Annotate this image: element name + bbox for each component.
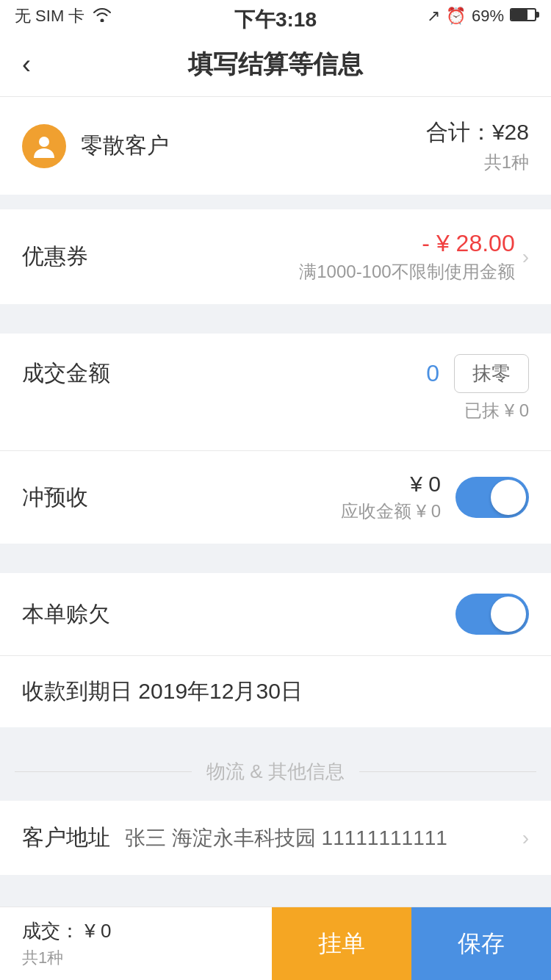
transaction-section: 成交金额 0 抹零 已抹 ¥ 0 冲预收 ¥ 0 应收金额 ¥ 0 — [0, 334, 551, 544]
transaction-amount-row: 成交金额 0 抹零 已抹 ¥ 0 — [0, 334, 551, 443]
bottom-bar: 成交： ¥ 0 共1种 挂单 保存 — [0, 907, 551, 980]
customer-name: 零散客户 — [81, 131, 169, 161]
coupon-label: 优惠券 — [22, 242, 88, 272]
svg-point-0 — [39, 137, 49, 147]
precollect-row: 冲预收 ¥ 0 应收金额 ¥ 0 — [0, 450, 551, 544]
logistics-line-left — [15, 771, 192, 772]
debt-row: 本单赊欠 — [0, 573, 551, 655]
customer-section: 零散客户 合计：¥28 共1种 — [0, 97, 551, 195]
status-bar: 无 SIM 卡 下午3:18 ↗ ⏰ 69% — [0, 0, 551, 32]
transaction-sub-info: 已抹 ¥ 0 — [22, 399, 529, 422]
gray-separator-1 — [0, 319, 551, 334]
total-count: 共1种 — [426, 151, 529, 174]
main-content: 零散客户 合计：¥28 共1种 优惠券 - ¥ 28.00 满1000-100不… — [0, 97, 551, 980]
gray-separator-2 — [0, 558, 551, 573]
pending-button[interactable]: 挂单 — [272, 907, 411, 980]
address-row[interactable]: 客户地址 张三 海淀永丰科技园 11111111111 › — [0, 801, 551, 875]
alarm-icon: ⏰ — [446, 7, 466, 26]
bottom-summary-count: 共1种 — [22, 947, 250, 969]
debt-label: 本单赊欠 — [22, 599, 110, 630]
chevron-right-icon: › — [522, 245, 529, 269]
precollect-toggle[interactable] — [455, 477, 529, 518]
precollect-amount-wrap: ¥ 0 应收金额 ¥ 0 — [341, 472, 441, 523]
network-label: 无 SIM 卡 — [15, 5, 84, 27]
transaction-amount[interactable]: 0 — [426, 360, 439, 387]
battery-percent: 69% — [472, 7, 504, 26]
toggle-knob — [491, 480, 526, 515]
time-display: 下午3:18 — [234, 6, 317, 34]
round-button[interactable]: 抹零 — [454, 354, 529, 393]
customer-avatar — [22, 124, 66, 168]
customer-row: 零散客户 合计：¥28 共1种 — [0, 97, 551, 195]
logistics-label: 物流 & 其他信息 — [206, 759, 345, 785]
wifi-icon — [92, 6, 112, 26]
coupon-amount: - ¥ 28.00 — [299, 230, 514, 257]
precollect-amount: ¥ 0 — [341, 472, 441, 497]
bottom-summary-title: 成交： ¥ 0 — [22, 918, 250, 944]
save-button[interactable]: 保存 — [411, 907, 551, 980]
address-section: 客户地址 张三 海淀永丰科技园 11111111111 › — [0, 801, 551, 875]
address-chevron-icon: › — [522, 826, 529, 850]
address-label: 客户地址 — [22, 823, 110, 853]
precollect-label: 冲预收 — [22, 483, 88, 513]
due-date-row: 收款到期日 2019年12月30日 — [0, 655, 551, 727]
coupon-description: 满1000-100不限制使用金额 — [299, 260, 514, 284]
battery-icon — [510, 7, 536, 26]
debt-toggle-knob — [491, 597, 526, 632]
status-left: 无 SIM 卡 — [15, 5, 112, 27]
debt-section: 本单赊欠 收款到期日 2019年12月30日 — [0, 573, 551, 727]
person-icon — [31, 133, 57, 159]
logistics-line-right — [359, 771, 536, 772]
coupon-section: 优惠券 - ¥ 28.00 满1000-100不限制使用金额 › — [0, 209, 551, 304]
coupon-row[interactable]: 优惠券 - ¥ 28.00 满1000-100不限制使用金额 › — [0, 209, 551, 304]
precollect-sub-info: 应收金额 ¥ 0 — [341, 500, 441, 523]
precollect-right: ¥ 0 应收金额 ¥ 0 — [341, 472, 529, 523]
total-price: 合计：¥28 — [426, 118, 529, 148]
nav-bar: ‹ 填写结算等信息 — [0, 32, 551, 97]
debt-toggle[interactable] — [455, 594, 529, 635]
bottom-summary: 成交： ¥ 0 共1种 — [0, 918, 272, 969]
coupon-content: - ¥ 28.00 满1000-100不限制使用金额 — [299, 230, 514, 284]
due-date-text: 收款到期日 2019年12月30日 — [22, 679, 303, 703]
customer-right: 合计：¥28 共1种 — [426, 118, 529, 174]
coupon-right: - ¥ 28.00 满1000-100不限制使用金额 › — [299, 230, 529, 284]
address-value: 张三 海淀永丰科技园 11111111111 — [125, 824, 522, 852]
status-right: ↗ ⏰ 69% — [427, 7, 536, 26]
back-button[interactable]: ‹ — [15, 42, 38, 87]
logistics-separator: 物流 & 其他信息 — [0, 742, 551, 801]
transaction-right: 0 抹零 — [426, 354, 529, 393]
customer-left: 零散客户 — [22, 124, 169, 168]
page-title: 填写结算等信息 — [188, 48, 363, 82]
location-icon: ↗ — [427, 7, 440, 26]
transaction-label: 成交金额 — [22, 359, 110, 389]
transaction-row: 成交金额 0 抹零 — [22, 354, 529, 393]
